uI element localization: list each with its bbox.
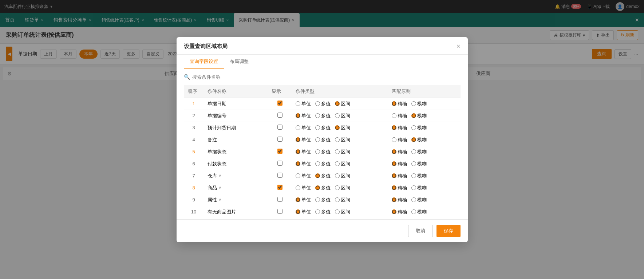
type-multi-4[interactable]: 多值 [315, 137, 331, 143]
type-range-4[interactable]: 区间 [335, 137, 350, 143]
type-range-3[interactable]: 区间 [335, 125, 350, 131]
table-row: 1 单据日期 单值 多值 区间 [184, 98, 461, 110]
modal-close-btn[interactable]: × [457, 43, 461, 50]
type-multi-3[interactable]: 多值 [315, 125, 331, 131]
match-fuzzy-6[interactable]: 模糊 [411, 161, 427, 167]
table-row: 3 预计到货日期 单值 多值 区间 [184, 122, 461, 134]
search-input[interactable] [190, 74, 257, 80]
match-fuzzy-4[interactable]: 模糊 [411, 137, 427, 143]
display-check-7[interactable] [277, 173, 283, 174]
config-table-body: 1 单据日期 单值 多值 区间 [184, 98, 461, 174]
type-group-7: 单值 多值 区间 [296, 173, 384, 174]
type-range-7[interactable]: 区间 [335, 173, 350, 174]
row-display-4 [268, 134, 292, 146]
row-name-4: 备注 [204, 134, 268, 146]
row-display-1 [268, 98, 292, 110]
match-fuzzy-5[interactable]: 模糊 [411, 149, 427, 155]
row-match-4: 精确 模糊 [388, 134, 460, 146]
match-group-1: 精确 模糊 [392, 101, 457, 107]
table-row: 5 单据状态 单值 多值 区间 [184, 146, 461, 158]
row-match-1: 精确 模糊 [388, 98, 460, 110]
name-with-dropdown-7: 仓库 ∨ [208, 173, 264, 174]
type-group-1: 单值 多值 区间 [296, 101, 384, 107]
tab-layout-adjust-label: 布局调整 [230, 59, 249, 64]
match-fuzzy-1[interactable]: 模糊 [411, 101, 427, 107]
type-group-3: 单值 多值 区间 [296, 125, 384, 131]
row-match-5: 精确 模糊 [388, 146, 460, 158]
type-group-4: 单值 多值 区间 [296, 137, 384, 143]
config-table: 顺序 条件名称 显示 条件类型 匹配原则 1 单据日期 [184, 85, 461, 174]
type-single-5[interactable]: 单值 [296, 149, 311, 155]
type-group-2: 单值 多值 区间 [296, 113, 384, 119]
tab-layout-adjust[interactable]: 布局调整 [224, 55, 254, 69]
table-row: 7 仓库 ∨ [184, 170, 461, 174]
table-row: 2 单据编号 单值 多值 区间 [184, 110, 461, 122]
type-multi-1[interactable]: 多值 [315, 101, 331, 107]
table-header: 顺序 条件名称 显示 条件类型 匹配原则 [184, 85, 461, 98]
display-check-4[interactable] [277, 137, 283, 143]
row-name-5: 单据状态 [204, 146, 268, 158]
match-exact-1[interactable]: 精确 [392, 101, 407, 107]
type-single-1[interactable]: 单值 [296, 101, 311, 107]
match-exact-3[interactable]: 精确 [392, 125, 407, 131]
match-fuzzy-2[interactable]: 模糊 [411, 113, 427, 119]
row-name-1: 单据日期 [204, 98, 268, 110]
display-check-1[interactable] [277, 101, 283, 107]
tab-query-fields[interactable]: 查询字段设置 [184, 55, 224, 69]
display-check-3[interactable] [277, 125, 283, 131]
row-name-6: 付款状态 [204, 158, 268, 170]
type-multi-7[interactable]: 多值 [315, 173, 331, 174]
row-display-6 [268, 158, 292, 170]
match-exact-2[interactable]: 精确 [392, 113, 407, 119]
display-check-5[interactable] [277, 149, 283, 155]
modal-search-area: 🔍 [177, 69, 468, 85]
type-range-1[interactable]: 区间 [335, 101, 350, 107]
th-display: 显示 [268, 85, 292, 98]
match-fuzzy-3[interactable]: 模糊 [411, 125, 427, 131]
type-range-5[interactable]: 区间 [335, 149, 350, 155]
type-range-6[interactable]: 区间 [335, 161, 350, 167]
match-fuzzy-7[interactable]: 模糊 [411, 173, 427, 174]
modal-header: 设置查询区域布局 × [177, 37, 468, 55]
row-name-2: 单据编号 [204, 110, 268, 122]
type-single-4[interactable]: 单值 [296, 137, 311, 143]
search-box: 🔍 [184, 74, 257, 82]
type-single-6[interactable]: 单值 [296, 161, 311, 167]
type-multi-5[interactable]: 多值 [315, 149, 331, 155]
display-check-2[interactable] [277, 113, 283, 119]
type-group-5: 单值 多值 区间 [296, 149, 384, 155]
row-type-5: 单值 多值 区间 [292, 146, 388, 158]
row-order-3: 3 [184, 122, 204, 134]
row-order-1: 1 [184, 98, 204, 110]
match-exact-6[interactable]: 精确 [392, 161, 407, 167]
row-match-3: 精确 模糊 [388, 122, 460, 134]
type-multi-2[interactable]: 多值 [315, 113, 331, 119]
row-order-5: 5 [184, 146, 204, 158]
match-exact-4[interactable]: 精确 [392, 137, 407, 143]
row-display-3 [268, 122, 292, 134]
modal-title: 设置查询区域布局 [184, 43, 228, 50]
match-group-2: 精确 模糊 [392, 113, 457, 119]
row-order-6: 6 [184, 158, 204, 170]
table-scroll-area[interactable]: 顺序 条件名称 显示 条件类型 匹配原则 1 单据日期 [184, 85, 461, 174]
match-exact-7[interactable]: 精确 [392, 173, 407, 174]
search-icon: 🔍 [184, 74, 190, 80]
type-multi-6[interactable]: 多值 [315, 161, 331, 167]
row-type-1: 单值 多值 区间 [292, 98, 388, 110]
th-order: 顺序 [184, 85, 204, 98]
type-single-7[interactable]: 单值 [296, 173, 311, 174]
modal-overlay: 设置查询区域布局 × 查询字段设置 布局调整 🔍 [0, 0, 644, 174]
type-single-2[interactable]: 单值 [296, 113, 311, 119]
match-group-6: 精确 模糊 [392, 161, 457, 167]
row-name-3: 预计到货日期 [204, 122, 268, 134]
type-group-6: 单值 多值 区间 [296, 161, 384, 167]
match-exact-5[interactable]: 精确 [392, 149, 407, 155]
type-single-3[interactable]: 单值 [296, 125, 311, 131]
type-range-2[interactable]: 区间 [335, 113, 350, 119]
match-group-7: 精确 模糊 [392, 173, 457, 174]
match-group-5: 精确 模糊 [392, 149, 457, 155]
display-check-6[interactable] [277, 161, 283, 167]
modal-tabs: 查询字段设置 布局调整 [177, 55, 468, 69]
th-name: 条件名称 [204, 85, 268, 98]
row-order-7: 7 [184, 170, 204, 174]
